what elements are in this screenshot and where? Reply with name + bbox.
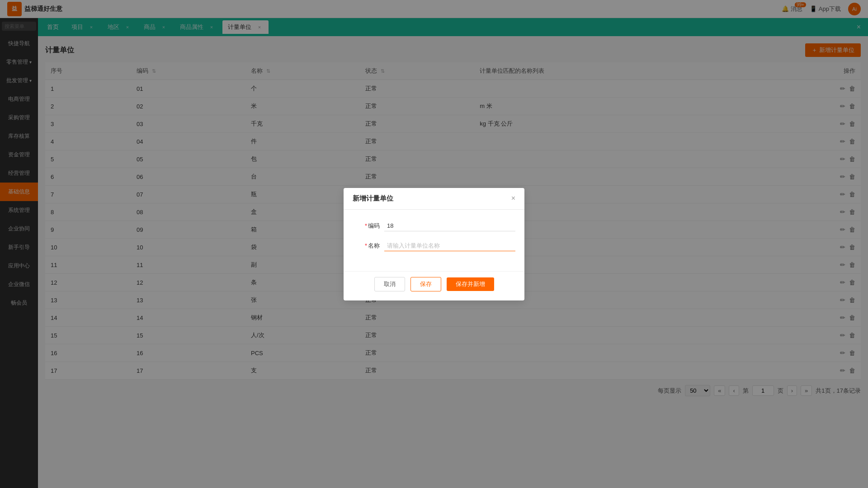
required-star-name: * [365,242,367,249]
modal-overlay[interactable]: 新增计量单位 × *编码 *名称 取消 保存 保存并新增 [0,0,868,488]
save-button[interactable]: 保存 [410,277,441,291]
code-label: *编码 [353,222,380,230]
modal-header: 新增计量单位 × [344,188,524,210]
form-row-name: *名称 [353,240,515,251]
modal-body: *编码 *名称 [344,210,524,271]
cancel-button[interactable]: 取消 [374,277,405,291]
required-star-code: * [365,222,367,229]
modal-footer: 取消 保存 保存并新增 [344,271,524,300]
modal-add-unit: 新增计量单位 × *编码 *名称 取消 保存 保存并新增 [344,188,524,300]
modal-close-btn[interactable]: × [511,194,515,202]
save-and-new-button[interactable]: 保存并新增 [447,277,494,291]
name-input[interactable] [384,240,515,251]
modal-title: 新增计量单位 [353,194,393,203]
code-input[interactable] [384,221,515,231]
form-row-code: *编码 [353,221,515,231]
name-label: *名称 [353,242,380,250]
